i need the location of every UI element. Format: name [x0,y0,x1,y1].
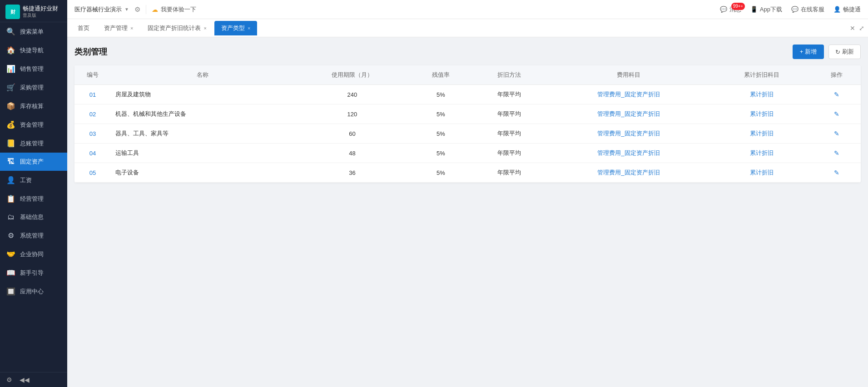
fixed-assets-icon: 🏗 [6,158,15,166]
content-area: 类别管理 + 新增 ↻ 刷新 编号 名称 使用期限（月） 残值率 折旧方法 [67,37,868,387]
sidebar-item-guide[interactable]: 📖 新手引导 [0,263,67,282]
topbar-divider [146,5,146,14]
cell-depreciation-method: 年限平均 [471,104,546,124]
sidebar-item-label: 采购管理 [20,84,44,92]
cell-expense-account: 管理费用_固定资产折旧 [546,104,710,124]
tab-asset-mgmt[interactable]: 资产管理 × [97,21,140,35]
settings-footer-icon[interactable]: ⚙ [6,376,12,383]
tab-depreciation-table[interactable]: 固定资产折旧统计表 × [141,21,213,35]
message-badge: 99++ [731,3,745,10]
sidebar-item-label: 经营管理 [20,195,44,203]
cell-name: 电子设备 [111,163,294,183]
sidebar-item-enterprise[interactable]: 🤝 企业协同 [0,245,67,263]
collapse-icon[interactable]: ◀◀ [20,376,30,383]
expand-icon[interactable]: ⤢ [859,25,864,32]
edit-icon[interactable]: ✎ [834,91,839,98]
edit-icon[interactable]: ✎ [834,130,839,137]
sidebar-item-system[interactable]: ⚙ 系统管理 [0,226,67,245]
online-service-label: 在线客服 [801,5,824,14]
cell-expense-account: 管理费用_固定资产折旧 [546,124,710,144]
sidebar-item-sales[interactable]: 📊 销售管理 [0,60,67,78]
table-row: 03 器具、工具、家具等 60 5% 年限平均 管理费用_固定资产折旧 累计折旧… [74,124,861,144]
cell-usage-months: 120 [294,104,410,124]
sidebar-item-label: 系统管理 [20,232,44,240]
close-all-icon[interactable]: ✕ [850,25,855,32]
tab-asset-type-close[interactable]: × [248,25,250,31]
experience-button[interactable]: ☁ 我要体验一下 [152,5,196,14]
experience-label: 我要体验一下 [161,5,196,14]
table-row: 01 房屋及建筑物 240 5% 年限平均 管理费用_固定资产折旧 累计折旧 ✎ [74,85,861,104]
tab-home-label: 首页 [78,24,89,32]
cell-code: 03 [74,124,111,144]
asset-type-table: 编号 名称 使用期限（月） 残值率 折旧方法 费用科目 累计折旧科目 操作 01… [74,65,861,183]
tab-asset-mgmt-close[interactable]: × [130,25,133,31]
col-accumulated-account: 累计折旧科目 [710,65,813,85]
cell-actions: ✎ [813,85,861,104]
online-service-button[interactable]: 💬 在线客服 [791,5,824,14]
payroll-icon: 👤 [6,176,15,184]
sidebar-item-quick-nav[interactable]: 🏠 快捷导航 [0,41,67,60]
cell-code: 01 [74,85,111,104]
topbar-settings-icon[interactable]: ⚙ [134,5,140,14]
refresh-button[interactable]: ↻ 刷新 [828,45,861,59]
sidebar-item-apps[interactable]: 🔲 应用中心 [0,282,67,301]
edit-icon[interactable]: ✎ [834,110,839,118]
sidebar-item-inventory[interactable]: 📦 库存核算 [0,97,67,115]
tab-asset-type-label: 资产类型 [221,24,245,32]
cell-actions: ✎ [813,104,861,124]
operations-icon: 📋 [6,194,15,203]
apps-icon: 🔲 [6,287,15,296]
sidebar-item-label: 应用中心 [20,288,44,296]
cell-name: 运输工具 [111,144,294,163]
tab-asset-type[interactable]: 资产类型 × [214,21,257,35]
sidebar-item-funds[interactable]: 💰 资金管理 [0,115,67,134]
cell-expense-account: 管理费用_固定资产折旧 [546,144,710,163]
sidebar: 财 畅捷通好业财 普及版 🔍 搜索菜单 🏠 快捷导航 📊 销售管理 🛒 采购管理… [0,0,67,387]
cell-name: 器具、工具、家具等 [111,124,294,144]
cell-residual-rate: 5% [410,85,471,104]
sidebar-item-fixed-assets[interactable]: 🏗 固定资产 [0,153,67,171]
new-button[interactable]: + 新增 [793,45,824,59]
inventory-icon: 📦 [6,102,15,110]
sidebar-item-payroll[interactable]: 👤 工资 [0,171,67,189]
edit-icon[interactable]: ✎ [834,149,839,157]
cell-depreciation-method: 年限平均 [471,124,546,144]
message-icon: 💬 [720,6,727,13]
system-icon: ⚙ [6,231,15,240]
user-label: 畅捷通 [843,5,861,14]
sidebar-item-operations[interactable]: 📋 经营管理 [0,189,67,208]
col-depreciation-method: 折旧方法 [471,65,546,85]
col-actions: 操作 [813,65,861,85]
app-download-icon: 📱 [750,6,758,13]
sidebar-item-label: 总账管理 [20,139,44,148]
cell-residual-rate: 5% [410,163,471,183]
topbar-right: 💬 消息 99++ 📱 App下载 💬 在线客服 👤 畅捷通 [720,5,861,14]
edit-icon[interactable]: ✎ [834,169,839,176]
page-title: 类别管理 [74,46,107,57]
tab-depreciation-label: 固定资产折旧统计表 [148,24,201,32]
app-download-label: App下载 [760,5,782,14]
table-container: 编号 名称 使用期限（月） 残值率 折旧方法 费用科目 累计折旧科目 操作 01… [74,65,861,183]
sidebar-item-basics[interactable]: 🗂 基础信息 [0,208,67,226]
sidebar-item-purchase[interactable]: 🛒 采购管理 [0,78,67,97]
sidebar-item-label: 固定资产 [20,158,44,166]
sidebar-item-ledger[interactable]: 📒 总账管理 [0,134,67,153]
col-name: 名称 [111,65,294,85]
demo-selector[interactable]: 医疗器械行业演示 ▼ [74,5,129,14]
page-header: 类别管理 + 新增 ↻ 刷新 [74,45,861,59]
main-area: 医疗器械行业演示 ▼ ⚙ ☁ 我要体验一下 💬 消息 99++ 📱 App下载 … [67,0,868,387]
table-row: 04 运输工具 48 5% 年限平均 管理费用_固定资产折旧 累计折旧 ✎ [74,144,861,163]
logo-sub: 普及版 [23,12,58,19]
cell-accumulated-account: 累计折旧 [710,163,813,183]
tab-depreciation-close[interactable]: × [203,25,206,31]
cell-usage-months: 60 [294,124,410,144]
user-button[interactable]: 👤 畅捷通 [833,5,861,14]
message-button[interactable]: 💬 消息 99++ [720,5,741,14]
basics-icon: 🗂 [6,213,15,221]
sidebar-item-label: 搜索菜单 [20,28,44,36]
cell-expense-account: 管理费用_固定资产折旧 [546,163,710,183]
app-download-button[interactable]: 📱 App下载 [750,5,782,14]
tab-home[interactable]: 首页 [71,21,96,35]
sidebar-item-search[interactable]: 🔍 搜索菜单 [0,22,67,41]
sidebar-logo: 财 畅捷通好业财 普及版 [0,0,67,22]
